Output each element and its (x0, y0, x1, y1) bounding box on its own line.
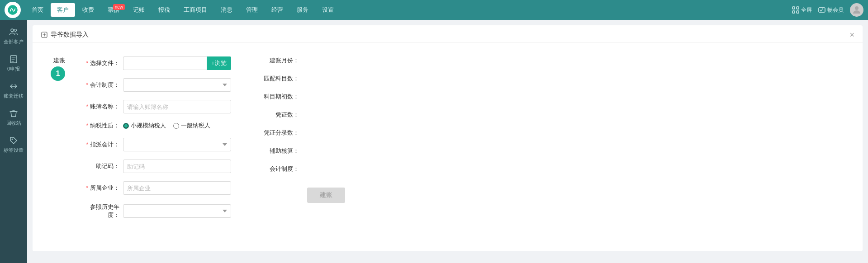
nav-item-message[interactable]: 消息 (214, 3, 239, 17)
create-button-container: 建账 (258, 183, 394, 203)
form-section: 选择文件： +浏览 会计制度： (83, 56, 231, 227)
ledger-name-input[interactable] (123, 100, 231, 113)
info-auxiliary-label: 辅助核算： (258, 147, 299, 155)
svg-point-10 (12, 139, 13, 140)
memo-code-input[interactable] (123, 160, 231, 173)
sidebar-item-trash[interactable]: 回收站 (1, 105, 26, 130)
tax-radio-general[interactable] (173, 123, 179, 129)
svg-rect-4 (797, 11, 799, 13)
new-badge: new (113, 4, 125, 10)
select-file-row: 选择文件： +浏览 (83, 56, 231, 70)
info-auxiliary-row: 辅助核算： (258, 147, 394, 155)
main-content: 导爷数据导入 × 建账 1 选择文件： (27, 20, 868, 263)
svg-rect-1 (792, 7, 795, 9)
assign-accountant-label: 指派会计： (83, 141, 119, 149)
tax-type-row: 纳税性质： 小规模纳税人 一般纳税人 (83, 122, 231, 130)
nav-item-billing[interactable]: 收费 (76, 3, 100, 17)
info-month-row: 建账月份： (258, 56, 394, 65)
info-voucher-entries-label: 凭证分录数： (258, 129, 299, 137)
nav-item-business[interactable]: 经营 (265, 3, 289, 17)
svg-rect-2 (797, 7, 799, 9)
fullscreen-button[interactable]: 全屏 (792, 6, 812, 14)
tax-type-group: 小规模纳税人 一般纳税人 (123, 122, 231, 130)
nav-right: 全屏 畅会员 (792, 3, 863, 17)
select-file-label: 选择文件： (83, 59, 119, 67)
info-accounting-system-label: 会计制度： (258, 165, 299, 173)
file-input-group: +浏览 (123, 56, 231, 70)
nav-item-biz[interactable]: 工商项目 (177, 3, 213, 17)
sidebar-item-zero-report[interactable]: 0申报 (1, 51, 26, 76)
step-label: 建账 (53, 56, 65, 65)
nav-item-bookkeeping[interactable]: 记账 (127, 3, 151, 17)
tax-option-general-label: 一般纳税人 (181, 122, 210, 130)
nav-item-tax[interactable]: 报税 (152, 3, 176, 17)
nav-item-manage[interactable]: 管理 (240, 3, 264, 17)
memo-code-row: 助记码： (83, 160, 231, 173)
tax-type-label: 纳税性质： (83, 122, 119, 130)
sidebar-label-zero-report: 0申报 (7, 66, 20, 72)
sidebar-item-transfer[interactable]: 账套迁移 (1, 78, 26, 103)
tax-option-small-label: 小规模纳税人 (131, 122, 166, 130)
info-accounting-system-row: 会计制度： (258, 165, 394, 173)
ledger-name-label: 账簿名称： (83, 103, 119, 111)
svg-point-6 (855, 6, 859, 10)
sidebar-item-tags[interactable]: 标签设置 (1, 132, 26, 157)
panel-header: 导爷数据导入 × (33, 25, 863, 43)
nav-item-settings[interactable]: 设置 (316, 3, 340, 17)
info-section: 建账月份： 匹配科目数： 科目期初数： 凭证数： (258, 56, 394, 227)
history-year-label: 参照历史年度： (83, 203, 119, 219)
company-row: 所属企业： (83, 181, 231, 195)
sidebar-label-trash: 回收站 (6, 120, 21, 127)
sidebar: 全部客户 0申报 账套迁移 回收站 标签设置 (0, 20, 27, 263)
nav-item-service[interactable]: 服务 (290, 3, 315, 17)
file-input[interactable] (123, 56, 207, 70)
nav-item-home[interactable]: 首页 (25, 3, 50, 17)
sidebar-item-all-customers[interactable]: 全部客户 (1, 23, 26, 49)
tax-radio-small[interactable] (123, 123, 129, 129)
panel-title: 导爷数据导入 (41, 31, 89, 39)
history-year-select[interactable] (123, 204, 231, 218)
ledger-name-row: 账簿名称： (83, 100, 231, 113)
info-voucher-row: 凭证数： (258, 111, 394, 119)
avatar[interactable] (850, 3, 863, 17)
sidebar-label-all-customers: 全部客户 (4, 38, 24, 45)
assign-accountant-row: 指派会计： (83, 138, 231, 151)
nav-item-invoice[interactable]: 票据 new (101, 3, 126, 17)
info-month-label: 建账月份： (258, 56, 299, 65)
info-voucher-entries-row: 凭证分录数： (258, 129, 394, 137)
history-year-row: 参照历史年度： (83, 203, 231, 219)
accounting-system-row: 会计制度： (83, 78, 231, 92)
accounting-system-select[interactable] (123, 78, 231, 92)
sidebar-label-transfer: 账套迁移 (4, 93, 24, 99)
step-circle: 1 (51, 66, 65, 81)
info-initial-row: 科目期初数： (258, 93, 394, 101)
close-button[interactable]: × (849, 31, 854, 39)
panel-title-text: 导爷数据导入 (51, 31, 89, 39)
browse-button[interactable]: +浏览 (207, 56, 231, 70)
svg-point-8 (14, 29, 17, 32)
create-account-button[interactable]: 建账 (307, 188, 345, 203)
svg-rect-3 (792, 11, 795, 13)
nav-item-customers[interactable]: 客户 (51, 3, 75, 17)
tax-option-general[interactable]: 一般纳税人 (173, 122, 210, 130)
accounting-system-label: 会计制度： (83, 81, 119, 89)
import-panel: 导爷数据导入 × 建账 1 选择文件： (33, 25, 863, 251)
company-input[interactable] (123, 181, 231, 195)
sidebar-label-tags: 标签设置 (4, 147, 24, 154)
nav-menu: 首页 客户 收费 票据 new 记账 报税 工商项目 消息 管理 经营 服务 设… (25, 3, 792, 17)
vip-button[interactable]: 畅会员 (818, 6, 844, 14)
memo-code-label: 助记码： (83, 162, 119, 170)
assign-accountant-select[interactable] (123, 138, 231, 151)
tax-option-small[interactable]: 小规模纳税人 (123, 122, 166, 130)
panel-body: 建账 1 选择文件： +浏览 (33, 43, 863, 241)
svg-rect-9 (10, 56, 17, 63)
import-icon (41, 31, 48, 38)
info-voucher-label: 凭证数： (258, 111, 299, 119)
info-match-label: 匹配科目数： (258, 75, 299, 83)
company-label: 所属企业： (83, 184, 119, 192)
info-match-row: 匹配科目数： (258, 75, 394, 83)
info-initial-label: 科目期初数： (258, 93, 299, 101)
step-section: 建账 1 (51, 56, 65, 81)
app-logo[interactable] (5, 2, 21, 18)
svg-point-7 (11, 29, 14, 32)
